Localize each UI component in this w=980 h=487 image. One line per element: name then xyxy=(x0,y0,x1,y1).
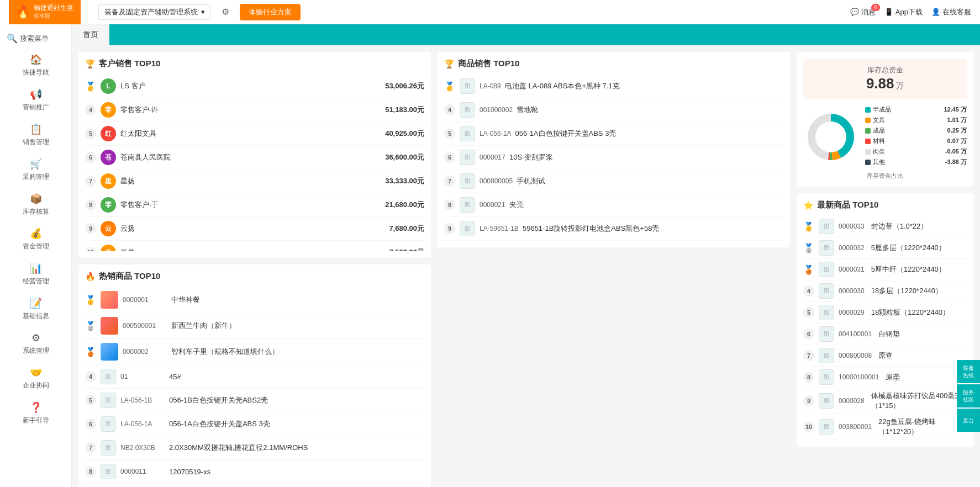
product-icon: 图 xyxy=(460,221,475,236)
product-code: 000500001 xyxy=(123,322,167,330)
app-download-button[interactable]: 📱 App下载 xyxy=(884,7,923,17)
legend-item: 材料 0.07 万 xyxy=(865,137,967,145)
sidebar-item-inventory[interactable]: 📦 库存核算 xyxy=(0,187,71,222)
rank-number: 6 xyxy=(803,329,814,340)
table-row: 9 云 云扬 7,680.00元 xyxy=(85,217,424,241)
online-service-label: 在线客服 xyxy=(942,7,971,17)
service-community-button[interactable]: 服务社区 xyxy=(957,384,980,407)
customer-value: 53,006.26元 xyxy=(385,81,424,91)
product-icon: 图 xyxy=(460,102,475,118)
avatar: 星 xyxy=(101,173,116,189)
table-row: 7 星 星扬 33,333.00元 xyxy=(85,170,424,193)
product-name: 056-1B白色按键开关壳ABS2壳 xyxy=(169,395,424,405)
sidebar-item-basics[interactable]: 📝 基础信息 xyxy=(0,292,71,326)
sidebar-item-finance[interactable]: 💰 资金管理 xyxy=(0,222,71,257)
list-item: 🥇 0000001 中华神餐 xyxy=(85,287,424,313)
inventory-card: 库存总资金 9.88 万 xyxy=(797,52,973,187)
customer-value: 33,333.00元 xyxy=(385,176,424,186)
sidebar-item-guide[interactable]: ❓ 新手引导 xyxy=(0,396,71,431)
medal-icon: 🥉 xyxy=(803,264,814,275)
inventory-total-value-wrap: 9.88 万 xyxy=(810,75,960,92)
table-row: 🥇 L LS 客户 53,006.26元 xyxy=(85,75,424,98)
logo-area: 🔥 畅捷通好生意 标准版 xyxy=(9,0,81,24)
cart-icon: 🛒 xyxy=(30,158,42,170)
product-code: NB2.0X30B xyxy=(120,444,165,452)
donut-svg xyxy=(803,109,858,165)
sidebar-item-quick-nav[interactable]: 🏠 快捷导航 xyxy=(0,48,71,83)
product-sales-list: 🥇 图 LA-089 电池盖 LA-089 ABS本色+黑种 7.1克 4 图 xyxy=(444,75,783,241)
rank-number: 10 xyxy=(85,247,96,251)
medal-icon: 🥉 xyxy=(85,347,96,357)
rank-number: 6 xyxy=(85,419,96,430)
list-item: 4 图 01 45# xyxy=(85,365,424,389)
avatar: L xyxy=(101,78,116,94)
front-desk-button[interactable]: 直台 xyxy=(957,409,980,432)
handshake-icon: 🤝 xyxy=(30,367,42,379)
list-item: 8 图 10000100001 原垄 xyxy=(803,367,967,388)
customer-service-button[interactable]: 客服热线 xyxy=(957,360,980,383)
product-icon: 图 xyxy=(460,197,475,213)
gear-icon: ⚙ xyxy=(31,332,40,344)
logo-sub: 标准版 xyxy=(34,12,73,20)
sidebar-item-system[interactable]: ⚙ 系统管理 xyxy=(0,326,71,361)
legend-item: 半成品 12.45 万 xyxy=(865,105,967,114)
customer-top10-title: 🏆 客户销售 TOP10 xyxy=(85,59,424,69)
sidebar-item-sales[interactable]: 📋 销售管理 xyxy=(0,118,71,152)
product-name: 中华神餐 xyxy=(171,295,424,305)
list-item: 7 图 000800005 手机测试 xyxy=(444,170,783,193)
product-icon: 图 xyxy=(819,305,834,320)
rank-number: 8 xyxy=(85,199,96,210)
donut-chart xyxy=(803,109,858,165)
list-item: 5 图 LA-056-1A 056-1A白色按键开关盖ABS 3壳 xyxy=(444,122,783,146)
customer-rank-list: 🥇 L LS 客户 53,006.26元 4 零 零售客户-许 51,183.0… xyxy=(85,75,424,251)
inventory-total-unit: 万 xyxy=(896,81,904,90)
legend-item: 成品 0.25 万 xyxy=(865,126,967,135)
phone-icon: 📱 xyxy=(884,8,893,16)
legend-item: 其他 -3.86 万 xyxy=(865,158,967,166)
list-item: 9 图 LA-59651-1B 59651-1B旋转投影灯电池盒ABS黑色+58… xyxy=(444,217,783,241)
sidebar-item-marketing[interactable]: 📢 营销推广 xyxy=(0,83,71,118)
product-sales-card: 🏆 商品销售 TOP10 🥇 图 LA-089 电池盖 LA-089 ABS本色… xyxy=(438,52,790,247)
product-icon: 图 xyxy=(819,219,834,234)
list-item: 8 图 0000021 夹壳 xyxy=(444,193,783,217)
sidebar-item-operations[interactable]: 📊 经营管理 xyxy=(0,257,71,292)
sidebar-item-purchase[interactable]: 🛒 采购管理 xyxy=(0,152,71,187)
notifications-button[interactable]: 💬 消息 6 xyxy=(850,7,876,17)
newest-products-title: ⭐ 最新商品 TOP10 xyxy=(803,200,967,210)
home-icon: 🏠 xyxy=(30,54,42,66)
sidebar-label-guide: 新手引导 xyxy=(23,416,49,425)
settings-button[interactable]: ⚙ xyxy=(218,4,233,20)
product-info: 000800005 手机测试 xyxy=(480,176,783,186)
sidebar: 🔍 搜索菜单 🏠 快捷导航 📢 营销推广 📋 销售管理 🛒 采购管理 📦 库存核… xyxy=(0,24,72,487)
rank-number: 6 xyxy=(444,152,455,163)
product-code: 0000011 xyxy=(120,468,165,475)
product-image xyxy=(101,343,118,361)
system-selector[interactable]: 装备及固定资产辅助管理系统 ▾ xyxy=(98,4,211,20)
product-icon: 图 xyxy=(819,369,834,385)
customer-name: 云扬 xyxy=(120,224,384,234)
sidebar-item-cooperation[interactable]: 🤝 企业协同 xyxy=(0,361,71,396)
legend-item: 肉类 -0.05 万 xyxy=(865,147,967,156)
mid-column: 🏆 商品销售 TOP10 🥇 图 LA-089 电池盖 LA-089 ABS本色… xyxy=(438,52,790,487)
medal-icon: 🥇 xyxy=(803,221,814,232)
product-info: LA-056-1A 056-1A白色按键开关盖ABS 3壳 xyxy=(480,129,783,139)
list-item: 5 图 LA-056-1B 056-1B白色按键开关壳ABS2壳 xyxy=(85,389,424,412)
system-name: 装备及固定资产辅助管理系统 xyxy=(104,7,198,17)
product-code: LA-056-1A xyxy=(120,420,165,428)
search-menu-button[interactable]: 🔍 搜索菜单 xyxy=(0,29,71,48)
list-item: 🥈 图 0000032 5厘多层（1220*2440） xyxy=(803,237,967,259)
rank-number: 4 xyxy=(803,285,814,297)
online-service-button[interactable]: 👤 在线客服 xyxy=(931,7,971,17)
list-item: 🥉 图 0000031 5厘中纤（1220*2440） xyxy=(803,259,967,280)
trial-button[interactable]: 体验行业方案 xyxy=(240,4,301,20)
list-item: 9 图 KK-SD22110H 花语萌儿温分罐罐袋（厚款） xyxy=(85,484,424,487)
product-image xyxy=(101,291,118,309)
star-icon: ⭐ xyxy=(803,200,814,210)
product-name: 封边带（1.0*22） xyxy=(871,221,967,231)
rank-number: 8 xyxy=(85,466,96,477)
list-item: 🥉 0000002 智利车子里（规格不知道填什么） xyxy=(85,339,424,365)
avatar: 苍 xyxy=(101,150,116,165)
doc-icon: 📝 xyxy=(30,297,42,309)
inventory-legend: 半成品 12.45 万 文具 1.01 万 成品 0.25 万 xyxy=(865,105,967,168)
tab-home[interactable]: 首页 xyxy=(72,24,109,45)
